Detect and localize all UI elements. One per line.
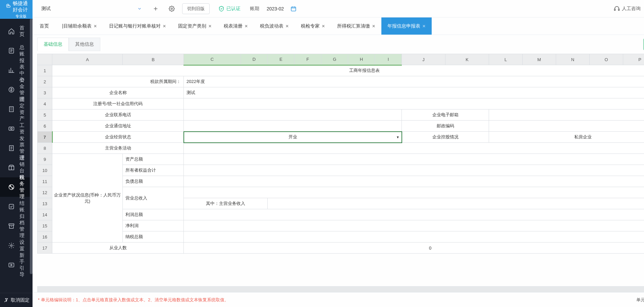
cell[interactable]: 邮政编码	[402, 121, 489, 132]
nav-item-inventory[interactable]: 进销台账	[0, 158, 33, 177]
company-selector[interactable]: 测试	[38, 3, 145, 14]
cell[interactable]: 2022年度	[184, 76, 644, 87]
col-header[interactable]: F	[294, 54, 321, 65]
cell[interactable]	[184, 143, 644, 154]
cell[interactable]: 主营业务活动	[52, 143, 184, 154]
cell[interactable]: 利润总额	[123, 209, 184, 220]
nav-item-money[interactable]: 资金管理	[0, 80, 33, 99]
tab-close-icon[interactable]: ✕	[422, 24, 426, 29]
cell[interactable]: 营业总收入	[123, 187, 184, 209]
row-header[interactable]: 12	[38, 187, 52, 198]
nav-item-ledger[interactable]: 总账	[0, 41, 33, 60]
tab-home[interactable]: 首页	[33, 17, 56, 35]
sheet-title[interactable]: 工商年报信息表	[52, 65, 644, 76]
tab[interactable]: 日记账与银行对账单核对✕	[103, 17, 172, 35]
subtab-other[interactable]: 其他信息	[69, 38, 100, 51]
row-header[interactable]: 2	[38, 76, 52, 87]
tab[interactable]: 固定资产类别✕	[172, 17, 218, 35]
cell[interactable]: 企业资产状况信息(币种：人民币万元)	[52, 154, 123, 243]
corner-cell[interactable]	[38, 54, 52, 65]
cell[interactable]	[489, 109, 644, 121]
row-header[interactable]: 7	[38, 132, 52, 143]
nav-item-invoice[interactable]: 发票管理	[0, 138, 33, 158]
cell[interactable]: 企业通信地址	[52, 121, 184, 132]
switch-old-button[interactable]: 切到旧版	[182, 3, 210, 14]
cell[interactable]	[184, 98, 644, 109]
tab-close-icon[interactable]: ✕	[372, 24, 375, 29]
row-header[interactable]: 1	[38, 65, 52, 76]
col-header[interactable]: H	[348, 54, 375, 65]
cell[interactable]: 资产总额	[123, 154, 184, 165]
row-header[interactable]: 11	[38, 176, 52, 187]
row-header[interactable]: 8	[38, 143, 52, 154]
row-header[interactable]: 3	[38, 87, 52, 98]
tab[interactable]: 税表清册✕	[218, 17, 254, 35]
cell[interactable]: 0	[184, 243, 644, 254]
cell[interactable]	[489, 121, 644, 132]
cell[interactable]: 企业联系电话	[52, 109, 184, 121]
cell[interactable]	[184, 209, 644, 220]
col-header[interactable]: I	[375, 54, 402, 65]
cell[interactable]: 从业人数	[52, 243, 184, 254]
col-header[interactable]: B	[123, 54, 184, 65]
cell[interactable]: 企业名称	[52, 87, 184, 98]
nav-item-building[interactable]: 固定资产	[0, 99, 33, 119]
col-header[interactable]: J	[402, 54, 445, 65]
row-header[interactable]: 15	[38, 220, 52, 231]
cell[interactable]	[184, 109, 402, 121]
cell[interactable]: 负债总额	[123, 176, 184, 187]
tab[interactable]: 年报信息申报表✕	[381, 17, 432, 35]
tab-close-icon[interactable]: ✕	[245, 24, 248, 29]
cell[interactable]	[184, 121, 402, 132]
col-header[interactable]: E	[268, 54, 294, 65]
row-header[interactable]: 14	[38, 209, 52, 220]
col-header[interactable]: A	[52, 54, 123, 65]
calendar-icon[interactable]	[290, 6, 297, 12]
col-header[interactable]: L	[489, 54, 523, 65]
col-header[interactable]: M	[523, 54, 556, 65]
cell[interactable]: 净利润	[123, 220, 184, 231]
cell[interactable]: 测试	[184, 87, 644, 98]
tab-close-icon[interactable]: ✕	[322, 24, 325, 29]
tab-close-icon[interactable]: ✕	[285, 24, 289, 29]
nav-item-chart[interactable]: 报表中心	[0, 60, 33, 80]
col-header[interactable]: P	[623, 54, 644, 65]
sidebar-pin-toggle[interactable]: 取消固定	[0, 293, 33, 307]
tab[interactable]: 所得税汇算清缴✕	[331, 17, 381, 35]
nav-item-checkout[interactable]: 结账	[0, 197, 33, 216]
col-header[interactable]: C	[184, 54, 241, 65]
tab[interactable]: |目辅助余额表✕	[56, 17, 103, 35]
col-header[interactable]: G	[321, 54, 348, 65]
cell[interactable]: 注册号/统一社会信用代码	[52, 98, 184, 109]
nav-item-tax[interactable]: 税务管理	[0, 177, 33, 197]
col-header[interactable]: O	[590, 54, 623, 65]
nav-item-salary[interactable]: 工资	[0, 119, 33, 138]
tab[interactable]: 税负波动表✕	[254, 17, 295, 35]
col-header[interactable]: K	[445, 54, 489, 65]
subtab-basic[interactable]: 基础信息	[37, 38, 69, 51]
nav-item-archive[interactable]: 归档管理	[0, 216, 33, 236]
settings-button[interactable]	[166, 3, 177, 14]
col-header[interactable]: N	[556, 54, 590, 65]
row-header[interactable]: 13	[38, 198, 52, 209]
row-header[interactable]: 16	[38, 231, 52, 243]
cell[interactable]: 其中：主营业务收入	[184, 198, 268, 209]
cell[interactable]	[184, 231, 644, 243]
add-button[interactable]	[150, 3, 161, 14]
nav-item-home[interactable]: 首页	[0, 21, 33, 41]
consult-button[interactable]: 人工咨询	[614, 6, 641, 12]
tab-close-icon[interactable]: ✕	[94, 24, 97, 29]
horizontal-scrollbar[interactable]	[37, 286, 644, 292]
sidebar-scrollbar[interactable]	[30, 19, 33, 294]
row-header[interactable]: 6	[38, 121, 52, 132]
cell[interactable]	[268, 198, 644, 209]
cell[interactable]	[184, 220, 644, 231]
cell[interactable]: 企业经营状态	[52, 132, 184, 143]
nav-item-settings[interactable]: 设置	[0, 236, 33, 255]
row-header[interactable]: 10	[38, 165, 52, 176]
nav-item-guide[interactable]: 新手引导	[0, 255, 33, 275]
tab-close-icon[interactable]: ✕	[163, 24, 166, 29]
cell[interactable]: 企业控股情况	[402, 132, 489, 143]
cell[interactable]: 纳税总额	[123, 231, 184, 243]
row-header[interactable]: 9	[38, 154, 52, 165]
